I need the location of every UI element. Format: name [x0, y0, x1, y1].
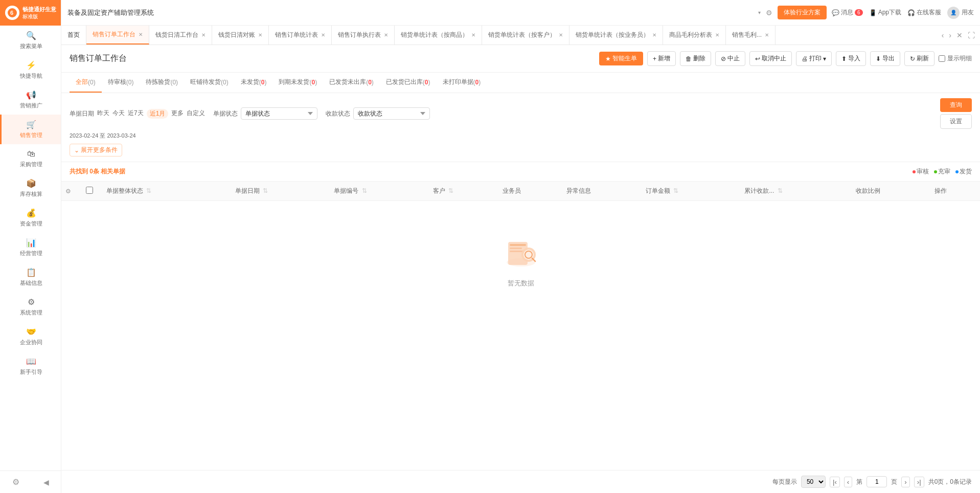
tab-close-sales-stat1[interactable]: ✕ — [321, 32, 325, 38]
tab-close-margin[interactable]: ✕ — [715, 32, 719, 38]
sidebar-collapse-icon[interactable]: ◀ — [43, 478, 49, 486]
tab-cash-reconcile[interactable]: 钱货日清对账 ✕ — [212, 26, 269, 44]
sidebar-settings-icon[interactable]: ⚙ — [12, 477, 19, 487]
date-1month[interactable]: 近1月 — [147, 109, 169, 119]
export-btn[interactable]: ⬇ 导出 — [870, 51, 900, 66]
tab-close-all-btn[interactable]: ✕ — [954, 30, 965, 40]
prev-page-btn[interactable]: ‹ — [844, 477, 852, 487]
expand-btn[interactable]: ⌄ 展开更多条件 — [70, 144, 122, 156]
date-today[interactable]: 今天 — [112, 109, 125, 119]
sidebar-item-enterprise[interactable]: 🤝 企业协同 — [0, 322, 61, 351]
sidebar-item-basic-info[interactable]: 📋 基础信息 — [0, 262, 61, 292]
tab-home[interactable]: 首页 — [61, 26, 86, 44]
sidebar-item-quick-nav[interactable]: ⚡ 快捷导航 — [0, 55, 61, 85]
tab-next-btn[interactable]: › — [947, 30, 953, 40]
tab-sales-more[interactable]: 销售毛利... ✕ — [726, 26, 776, 44]
sidebar-item-system[interactable]: ⚙ 系统管理 — [0, 292, 61, 322]
sort-collected-icon[interactable]: ⇅ — [778, 187, 783, 194]
tab-fullscreen-btn[interactable]: ⛶ — [966, 30, 977, 40]
app-download-btn[interactable]: 📱 App下载 — [869, 8, 901, 17]
delete-btn[interactable]: 🗑 删除 — [680, 51, 711, 66]
sort-date-icon[interactable]: ⇅ — [263, 187, 268, 194]
review-btn[interactable]: 审核 — [913, 167, 929, 176]
cancel-review-btn[interactable]: 充审 — [934, 167, 950, 176]
tab-close-sales-exec[interactable]: ✕ — [384, 32, 388, 38]
sidebar-item-search[interactable]: 🔍 搜索菜单 — [0, 26, 61, 55]
sort-customer-icon[interactable]: ⇅ — [448, 187, 453, 194]
date-more[interactable]: 更多 — [171, 109, 184, 119]
tab-close-sales-stat4[interactable]: ✕ — [652, 32, 656, 38]
filter-setting-btn[interactable]: 设置 — [940, 114, 972, 129]
sort-amount-icon[interactable]: ⇅ — [673, 187, 678, 194]
cancel-stop-btn[interactable]: ↩ 取消中止 — [749, 51, 792, 66]
sidebar-item-inventory[interactable]: 📦 库存核算 — [0, 173, 61, 203]
tab-close-sales-workbench[interactable]: ✕ — [139, 32, 143, 37]
sub-tab-shipped-not-out[interactable]: 已发货未出库 ( 0 ) — [323, 73, 380, 93]
date-yesterday[interactable]: 昨天 — [97, 109, 109, 119]
tab-prev-btn[interactable]: ‹ — [940, 30, 946, 40]
date-custom[interactable]: 自定义 — [187, 109, 205, 119]
import-btn[interactable]: ⬆ 导入 — [836, 51, 866, 66]
sidebar-item-purchase[interactable]: 🛍 采购管理 — [0, 144, 61, 173]
sub-tab-wangpu[interactable]: 旺铺待发货 ( 0 ) — [184, 73, 235, 93]
refresh-btn[interactable]: ↻ 刷新 — [904, 51, 935, 66]
tab-sales-workbench[interactable]: 销售订单工作台 ✕ — [86, 26, 149, 44]
first-page-btn[interactable]: |‹ — [830, 477, 840, 487]
smart-create-btn[interactable]: ★ 智能生单 — [599, 52, 643, 65]
sidebar-item-marketing[interactable]: 📢 营销推广 — [0, 85, 61, 115]
page-size-select[interactable]: 50 — [801, 476, 826, 488]
show-detail-checkbox[interactable] — [939, 55, 945, 62]
sidebar-item-sales-mgmt[interactable]: 🛒 销售管理 — [0, 115, 61, 144]
tab-sales-stat4[interactable]: 销货单统计表（按业务员） ✕ — [569, 26, 663, 44]
tab-close-cash-reconcile[interactable]: ✕ — [258, 32, 262, 38]
sidebar-item-finance[interactable]: 💰 资金管理 — [0, 203, 61, 233]
payment-select[interactable]: 收款状态 — [353, 107, 430, 120]
show-detail-label[interactable]: 显示明细 — [939, 54, 972, 63]
next-page-btn[interactable]: › — [901, 477, 909, 487]
sub-tab-expired[interactable]: 到期未发货 ( 0 ) — [272, 73, 323, 93]
last-page-btn[interactable]: ›| — [914, 477, 924, 487]
sub-tab-not-printed[interactable]: 未打印单据 ( 0 ) — [437, 73, 487, 93]
tab-close-cash-daily[interactable]: ✕ — [201, 32, 206, 38]
main-area: 装备及固定资产辅助管理系统 ▾ ⚙ 体验行业方案 💬 消息 6 📱 App下载 … — [61, 0, 980, 493]
select-all-checkbox[interactable] — [86, 187, 93, 194]
sort-status-icon[interactable]: ⇅ — [146, 187, 151, 194]
sub-tab-pending-inspect[interactable]: 待拣验货 ( 0 ) — [140, 73, 184, 93]
ship-btn[interactable]: 发货 — [955, 167, 972, 176]
tab-sales-exec[interactable]: 销售订单执行表 ✕ — [332, 26, 395, 44]
tab-close-sales-stat3[interactable]: ✕ — [559, 32, 563, 38]
sub-tab-shipped-out[interactable]: 已发货已出库 ( 0 ) — [380, 73, 437, 93]
status-select[interactable]: 单据状态 — [241, 107, 317, 120]
svg-text:6: 6 — [10, 10, 13, 16]
stop-btn[interactable]: ⊘ 中止 — [715, 51, 745, 66]
tab-close-sales-more[interactable]: ✕ — [765, 32, 769, 38]
user-info[interactable]: 👤 用友 — [947, 7, 974, 19]
settings-icon[interactable]: ⚙ — [766, 9, 772, 17]
industry-btn[interactable]: 体验行业方案 — [778, 6, 827, 19]
tab-close-sales-stat2[interactable]: ✕ — [471, 32, 475, 38]
date-7days[interactable]: 近7天 — [128, 109, 144, 119]
sidebar-item-operation[interactable]: 📊 经营管理 — [0, 233, 61, 262]
add-btn[interactable]: + 新增 — [647, 51, 676, 66]
query-btn[interactable]: 查询 — [940, 98, 972, 112]
sub-tab-pending-review[interactable]: 待审核 ( 0 ) — [102, 73, 140, 93]
page-title: 销售订单工作台 — [70, 53, 127, 64]
sidebar-item-guide[interactable]: 📖 新手引导 — [0, 351, 61, 381]
message-btn[interactable]: 💬 消息 6 — [832, 8, 863, 17]
col-ratio: 收款比例 — [852, 182, 930, 201]
print-btn[interactable]: 🖨 打印 ▾ — [796, 51, 832, 66]
sort-number-icon[interactable]: ⇅ — [362, 187, 367, 194]
tab-sales-stat2[interactable]: 销货单统计表（按商品） ✕ — [395, 26, 482, 44]
settings-col-icon[interactable]: ⚙ — [65, 188, 71, 195]
system-title-arrow[interactable]: ▾ — [758, 10, 761, 15]
online-service-btn[interactable]: 🎧 在线客服 — [907, 8, 941, 17]
tab-margin[interactable]: 商品毛利分析表 ✕ — [663, 26, 726, 44]
page-input[interactable] — [867, 476, 887, 487]
tab-sales-stat3[interactable]: 销货单统计表（按客户） ✕ — [482, 26, 569, 44]
sub-tab-not-shipped[interactable]: 未发货 ( 0 ) — [235, 73, 273, 93]
expand-row: ⌄ 展开更多条件 — [70, 144, 972, 156]
export-icon: ⬇ — [876, 55, 881, 62]
sub-tab-all[interactable]: 全部 ( 0 ) — [70, 73, 102, 93]
tab-cash-daily[interactable]: 钱货日清工作台 ✕ — [149, 26, 212, 44]
tab-sales-stat1[interactable]: 销售订单统计表 ✕ — [269, 26, 332, 44]
